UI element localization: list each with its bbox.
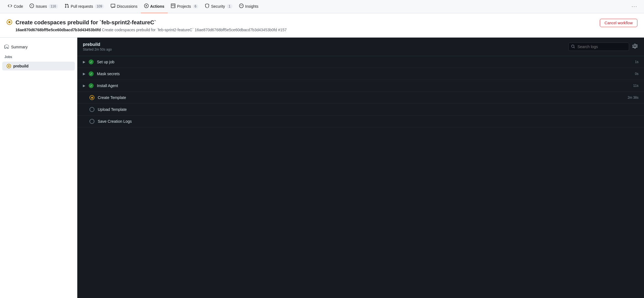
log-controls <box>568 43 638 51</box>
step-name-install-agent: Install Agent <box>97 83 630 88</box>
workflow-status-running-icon <box>7 19 12 25</box>
workflow-title-text: Create codespaces prebuild for `feb-spri… <box>15 19 600 33</box>
nav-actions[interactable]: Actions <box>141 0 168 13</box>
chevron-right-icon: ▶ <box>83 72 85 76</box>
step-name-set-up-job: Set up job <box>97 60 632 64</box>
step-status-pending-icon <box>89 107 94 112</box>
job-status-running-icon <box>7 64 11 68</box>
nav-insights-label: Insights <box>245 4 258 9</box>
workflow-commit: 16ae870d6768bff5e5ce60dbacd7b3d43453b0fd… <box>15 27 600 33</box>
sidebar-summary-label: Summary <box>11 45 28 49</box>
step-status-done-icon: ✓ <box>89 83 94 88</box>
search-logs-input[interactable] <box>568 43 629 51</box>
nav-insights[interactable]: Insights <box>236 0 262 13</box>
log-step-set-up-job[interactable]: ▶ ✓ Set up job 1s <box>77 56 644 68</box>
sidebar-jobs-section: Jobs <box>0 53 77 61</box>
content-area: Summary Jobs prebuild prebuild Started 2… <box>0 38 644 298</box>
nav-code[interactable]: Code <box>4 0 26 13</box>
nav-actions-label: Actions <box>150 4 164 9</box>
nav-discussions-label: Discussions <box>117 4 138 9</box>
log-steps: ▶ ✓ Set up job 1s ▶ ✓ Mask secrets 0s ▶ … <box>77 56 644 298</box>
security-badge: 1 <box>227 4 233 9</box>
step-name-create-template: Create Template <box>98 95 624 100</box>
chevron-right-icon: ▶ <box>83 84 85 88</box>
projects-badge: 6 <box>193 4 199 9</box>
nav-issues-label: Issues <box>36 4 47 9</box>
nav-security[interactable]: Security 1 <box>202 0 236 13</box>
workflow-commit-description: Create codespaces prebuild for `feb-spri… <box>102 28 287 32</box>
log-settings-button[interactable] <box>631 43 638 51</box>
step-time-install-agent: 11s <box>633 84 638 88</box>
house-icon <box>4 44 9 49</box>
nav-discussions[interactable]: Discussions <box>107 0 141 13</box>
insights-icon <box>239 4 244 9</box>
nav-issues[interactable]: Issues 116 <box>26 0 61 13</box>
main-container: Create codespaces prebuild for `feb-spri… <box>0 13 644 298</box>
nav-code-label: Code <box>14 4 23 9</box>
projects-icon <box>171 4 175 9</box>
pr-icon <box>65 4 69 9</box>
step-time-create-template: 2m 38s <box>628 96 638 100</box>
sidebar-job-prebuild-label: prebuild <box>13 64 28 68</box>
sidebar-summary[interactable]: Summary <box>0 42 77 52</box>
step-status-done-icon: ✓ <box>89 59 94 64</box>
chevron-right-icon: ▶ <box>83 60 85 64</box>
issues-badge: 116 <box>49 4 58 9</box>
log-title: prebuild <box>83 42 112 47</box>
nav-more-button[interactable]: ··· <box>629 1 640 12</box>
step-name-mask-secrets: Mask secrets <box>97 72 632 76</box>
nav-security-label: Security <box>211 4 225 9</box>
nav-projects[interactable]: Projects 6 <box>168 0 202 13</box>
log-step-mask-secrets[interactable]: ▶ ✓ Mask secrets 0s <box>77 68 644 80</box>
step-name-upload-template: Upload Template <box>98 107 635 112</box>
actions-icon <box>144 4 149 9</box>
security-icon <box>205 4 209 9</box>
log-title-section: prebuild Started 2m 50s ago <box>83 42 112 51</box>
top-nav: Code Issues 116 Pull requests 109 Discus… <box>0 0 644 13</box>
step-time-set-up-job: 1s <box>635 60 638 64</box>
pr-badge: 109 <box>95 4 104 9</box>
log-panel: prebuild Started 2m 50s ago <box>77 38 644 298</box>
log-subtitle: Started 2m 50s ago <box>83 48 112 51</box>
log-step-install-agent[interactable]: ▶ ✓ Install Agent 11s <box>77 80 644 92</box>
cancel-workflow-button[interactable]: Cancel workflow <box>600 19 637 27</box>
log-step-upload-template[interactable]: Upload Template <box>77 104 644 116</box>
log-step-create-template[interactable]: Create Template 2m 38s <box>77 92 644 104</box>
issue-icon <box>30 4 34 9</box>
discussion-icon <box>111 4 115 9</box>
step-status-running-icon <box>89 95 94 100</box>
sidebar: Summary Jobs prebuild <box>0 38 77 298</box>
nav-pr-label: Pull requests <box>71 4 93 9</box>
nav-pull-requests[interactable]: Pull requests 109 <box>61 0 107 13</box>
workflow-title-section: Create codespaces prebuild for `feb-spri… <box>7 19 600 33</box>
step-status-pending-icon <box>89 119 94 124</box>
step-time-mask-secrets: 0s <box>635 72 638 76</box>
step-name-save-creation-logs: Save Creation Logs <box>98 119 635 124</box>
log-header: prebuild Started 2m 50s ago <box>77 38 644 56</box>
code-icon <box>8 4 12 9</box>
log-step-save-creation-logs[interactable]: Save Creation Logs <box>77 116 644 127</box>
workflow-commit-hash: 16ae870d6768bff5e5ce60dbacd7b3d43453b0fd <box>15 28 101 32</box>
workflow-name: Create codespaces prebuild for `feb-spri… <box>15 19 600 26</box>
sidebar-job-prebuild[interactable]: prebuild <box>2 62 75 70</box>
workflow-header: Create codespaces prebuild for `feb-spri… <box>0 13 644 38</box>
step-status-done-icon: ✓ <box>89 71 94 76</box>
nav-projects-label: Projects <box>177 4 191 9</box>
search-logs-wrapper <box>568 43 629 51</box>
